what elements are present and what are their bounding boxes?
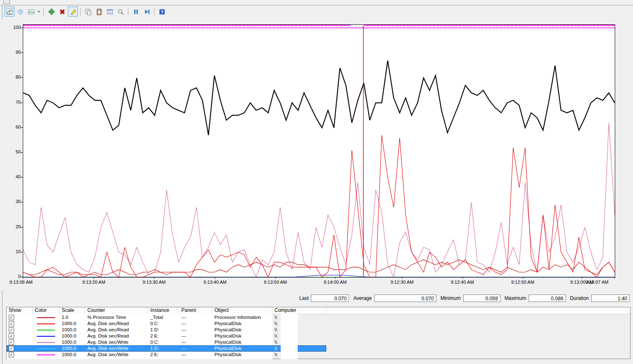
y-axis-label: 10: [10, 249, 21, 254]
legend-cell-counter: Avg. Disk sec/Write: [85, 345, 148, 352]
legend-cell-counter: Avg. Disk sec/Read: [85, 321, 148, 327]
show-checkbox[interactable]: ✓: [9, 352, 14, 357]
legend-column-header-computer[interactable]: Computer: [272, 307, 326, 314]
legend-row-1[interactable]: ✓1000.0Avg. Disk sec/Read0 C:---Physical…: [7, 321, 326, 327]
stat-value-duration: 1:40: [591, 295, 630, 302]
legend-cell-object: PhysicalDisk: [212, 321, 272, 327]
add-counter-button[interactable]: [46, 7, 56, 17]
legend-cell-instance: 2 E:: [148, 333, 179, 339]
legend-cell-instance: 0 C:: [148, 321, 179, 327]
x-axis-tick: [335, 277, 336, 279]
legend-cell-object: PhysicalDisk: [212, 352, 272, 358]
legend-cell-instance: 1 D:: [148, 327, 179, 333]
plot-area[interactable]: [23, 24, 615, 278]
y-axis-tick: [21, 127, 23, 128]
help-button[interactable]: ?: [157, 7, 167, 17]
series-line: [23, 123, 615, 277]
clipboard-icon: [96, 8, 103, 15]
legend-cell-parent: ---: [179, 321, 212, 327]
legend-column-header-scale[interactable]: Scale: [60, 307, 85, 314]
show-checkbox[interactable]: ✓: [9, 333, 14, 339]
properties-button[interactable]: [105, 7, 115, 17]
series-line: [23, 275, 615, 277]
legend-cell-instance: _Total: [148, 314, 179, 321]
show-checkbox[interactable]: ✓: [9, 327, 14, 333]
x-axis-tick: [94, 277, 94, 279]
legend-body: ✓1.0% Processor Time_Total---Processor I…: [7, 314, 630, 359]
x-axis-label: 9:13:50 AM: [264, 280, 287, 285]
x-axis-tick: [582, 277, 582, 279]
x-axis-tick: [462, 277, 463, 279]
x-axis-label: 9:14:00 AM: [324, 280, 347, 285]
y-axis-label: 40: [10, 174, 21, 180]
highlight-button[interactable]: [68, 7, 78, 17]
show-checkbox[interactable]: ✓: [9, 346, 14, 351]
stat-value-minimum: 0.059: [463, 295, 501, 302]
pause-icon: [132, 8, 140, 15]
window-menu-icon-fragment: [3, 0, 10, 4]
chart-type-dropdown[interactable]: [36, 7, 41, 17]
x-axis-label: 9:13:40 AM: [204, 280, 227, 285]
x-axis-label: 9:13:07 AM: [585, 280, 609, 285]
legend-row-6[interactable]: ✓1000.0Avg. Disk sec/Write2 E:---Physica…: [7, 352, 326, 358]
color-swatch: [37, 330, 55, 330]
toolbar-separator: [80, 7, 81, 16]
color-swatch: [37, 336, 55, 337]
view-report-button[interactable]: [26, 7, 36, 17]
x-axis-label: 9:13:08 AM: [10, 280, 33, 285]
x-axis-tick: [402, 277, 402, 279]
legend-cell-counter: % Processor Time: [85, 314, 148, 321]
series-line: [23, 60, 615, 135]
stat-label-maximum: Maximum: [505, 295, 526, 301]
legend-row-2[interactable]: ✓1000.0Avg. Disk sec/Read1 D:---Physical…: [7, 327, 326, 333]
color-swatch: [37, 354, 55, 355]
show-checkbox[interactable]: ✓: [9, 340, 14, 345]
toolbar-separator: [128, 7, 128, 16]
view-graph-button[interactable]: [5, 7, 14, 17]
show-checkbox[interactable]: ✓: [9, 315, 14, 320]
freeze-display-button[interactable]: [131, 7, 141, 17]
delete-x-icon: [59, 8, 66, 15]
x-axis-label: 9:13:30 AM: [142, 280, 166, 285]
x-axis-tick: [215, 277, 215, 279]
legend-cell-parent: ---: [179, 339, 212, 345]
toolbar: ?: [2, 5, 633, 18]
legend-column-header-object[interactable]: Object: [212, 307, 272, 314]
stat-label-minimum: Minimum: [440, 295, 461, 301]
series-line: [23, 135, 615, 277]
legend-cell-parent: ---: [179, 352, 212, 358]
legend-cell-scale: 1000.0: [60, 339, 85, 345]
legend-cell-counter: Avg. Disk sec/Write: [85, 352, 148, 358]
legend-cell-parent: ---: [179, 345, 212, 352]
legend-cell-object: Processor Information: [212, 314, 272, 321]
legend-row-0[interactable]: ✓1.0% Processor Time_Total---Processor I…: [7, 314, 326, 321]
view-histogram-button[interactable]: [15, 7, 25, 17]
legend-cell-scale: 1000.0: [60, 327, 85, 333]
legend-row-5[interactable]: ✓1000.0Avg. Disk sec/Write1 D:---Physica…: [7, 345, 326, 352]
y-axis-label: 20: [10, 224, 21, 230]
copy-properties-button[interactable]: [83, 7, 93, 17]
y-axis-tick: [21, 252, 23, 252]
zoom-button[interactable]: [116, 7, 125, 17]
legend-row-4[interactable]: ✓1000.0Avg. Disk sec/Write0 C:---Physica…: [7, 339, 326, 345]
legend-cell-scale: 1000.0: [60, 321, 85, 327]
line-chart-icon: [6, 8, 13, 15]
delete-counter-button[interactable]: [57, 7, 67, 17]
legend-column-header-color[interactable]: Color: [33, 307, 60, 314]
legend-column-header-instance[interactable]: Instance: [148, 307, 179, 314]
legend-column-header-show[interactable]: Show: [7, 307, 33, 314]
y-axis-tick: [21, 77, 23, 78]
update-data-button[interactable]: [142, 7, 152, 17]
clip-band: [23, 26, 615, 28]
y-axis-tick: [21, 177, 23, 177]
legend-column-header-parent[interactable]: Parent: [179, 307, 212, 314]
x-axis-tick: [614, 277, 615, 279]
x-axis-label: 9:13:20 AM: [82, 280, 106, 285]
show-checkbox[interactable]: ✓: [9, 321, 14, 326]
legend-row-3[interactable]: ✓1000.0Avg. Disk sec/Read2 E:---Physical…: [7, 333, 326, 339]
paste-counter-list-button[interactable]: [94, 7, 104, 17]
y-axis-tick: [21, 53, 23, 53]
legend-cell-counter: Avg. Disk sec/Read: [85, 333, 148, 339]
legend-column-header-counter[interactable]: Counter: [85, 307, 148, 314]
x-axis-tick: [523, 277, 523, 279]
